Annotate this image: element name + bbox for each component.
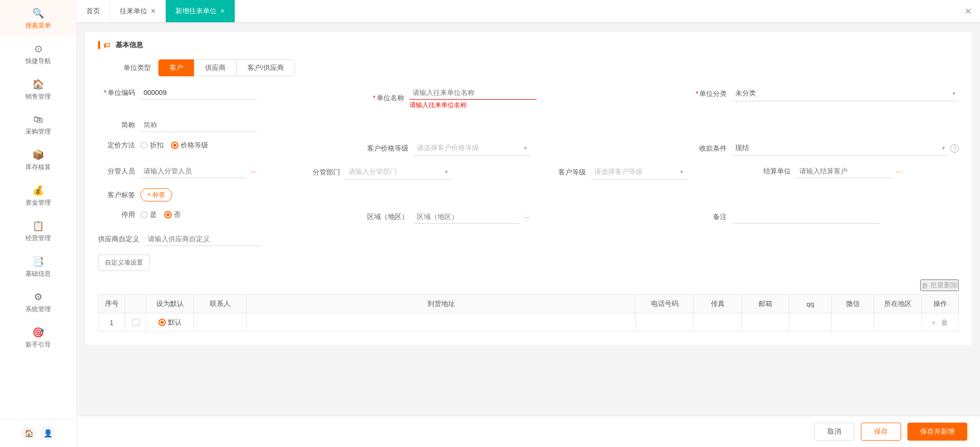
col-fax: 传真: [694, 295, 742, 313]
remark-input[interactable]: [732, 210, 880, 224]
unit-type-customer-btn[interactable]: 客户: [158, 59, 194, 76]
manager-more-btn[interactable]: ···: [248, 167, 259, 176]
col-address: 到货地址: [247, 295, 636, 313]
unit-name-label: 单位名称: [367, 93, 409, 103]
save-new-button[interactable]: 保存并新增: [907, 423, 967, 441]
sidebar-user-icon[interactable]: 👤: [40, 426, 55, 441]
sidebar-home-icon[interactable]: 🏠: [21, 426, 36, 441]
discount-radio-circle: [140, 142, 148, 149]
row-checkbox[interactable]: [132, 319, 139, 326]
remark-label: 备注: [690, 212, 732, 222]
manager-input[interactable]: [140, 164, 246, 178]
sidebar-item-system[interactable]: ⚙ 系统管理: [0, 284, 76, 319]
contacts-table: 序号 设为默认 联系人 到货地址 电话号码 传真 邮箱 qq 微信 所在地区 操…: [98, 294, 959, 332]
pricing-method-field: 定价方法 折扣 价格等级: [98, 141, 367, 150]
row-fax[interactable]: [694, 313, 742, 332]
settlement-input[interactable]: [796, 164, 892, 178]
supplier-custom-input[interactable]: [145, 232, 261, 246]
row-check[interactable]: [125, 313, 146, 332]
tab-bar-close-btn[interactable]: ✕: [956, 6, 980, 16]
col-wechat: 微信: [832, 295, 874, 313]
settlement-more-btn[interactable]: ···: [894, 167, 904, 176]
unit-name-input[interactable]: [409, 86, 537, 100]
unit-type-supplier-btn[interactable]: 供应商: [194, 59, 237, 76]
region-input[interactable]: [414, 210, 520, 224]
row-contact[interactable]: [194, 313, 247, 332]
col-phone: 电话号码: [636, 295, 694, 313]
contact-input[interactable]: [199, 319, 241, 327]
row-region[interactable]: [874, 313, 922, 332]
cancel-button[interactable]: 取消: [814, 423, 854, 441]
row-action: + 🗑: [922, 313, 959, 332]
section-title-icon: 🏷: [103, 41, 110, 49]
ops-icon: 📋: [32, 220, 44, 232]
qq-input[interactable]: [795, 319, 826, 327]
row-qq[interactable]: [789, 313, 832, 332]
customer-level-arrow: ▾: [680, 169, 683, 176]
pricing-radio-discount[interactable]: 折扣: [140, 141, 164, 150]
tab-home[interactable]: 首页: [77, 0, 110, 22]
row-no: 1: [99, 313, 125, 332]
sidebar-item-ops[interactable]: 📋 经营管理: [0, 213, 76, 248]
save-button[interactable]: 保存: [861, 423, 901, 441]
customer-level-select[interactable]: 请选择客户等级 ▾: [591, 164, 687, 180]
row-address[interactable]: [247, 313, 636, 332]
unit-type-both-btn[interactable]: 客户/供应商: [236, 59, 295, 76]
row-default: 默认: [146, 313, 194, 332]
disabled-yes[interactable]: 是: [140, 210, 157, 220]
batch-delete-btn[interactable]: 🗑 批量删除: [920, 279, 959, 291]
region-more-btn[interactable]: ···: [522, 213, 532, 221]
sidebar-item-purchase[interactable]: 🛍 采购管理: [0, 107, 76, 142]
payment-terms-label: 收款条件: [690, 144, 732, 153]
pricing-radio-level[interactable]: 价格等级: [171, 141, 208, 150]
sidebar-item-quick-nav[interactable]: ⊙ 快捷导航: [0, 36, 76, 71]
form-row-tags: 客户标签 + 标签: [98, 188, 959, 201]
unit-category-select[interactable]: 未分类 ▾: [732, 86, 959, 101]
custom-settings-row: 自定义项设置: [98, 255, 959, 271]
disabled-no[interactable]: 否: [164, 210, 181, 220]
sales-icon: 🏠: [32, 78, 44, 90]
department-select[interactable]: 请输入分管部门 ▾: [345, 164, 451, 180]
sidebar-item-finance[interactable]: 💰 资金管理: [0, 177, 76, 213]
unit-code-input[interactable]: [140, 86, 257, 100]
address-input[interactable]: [252, 319, 630, 327]
wechat-input[interactable]: [837, 319, 868, 327]
row-default-radio[interactable]: 默认: [152, 318, 188, 327]
customer-level-field: 客户等级 请选择客户等级 ▾: [549, 164, 754, 180]
tab-contacts[interactable]: 往来单位 ✕: [110, 0, 166, 22]
sidebar-item-sales[interactable]: 🏠 销售管理: [0, 71, 76, 107]
sidebar-item-search[interactable]: 🔍 搜索菜单: [0, 0, 76, 36]
sidebar-item-basic[interactable]: 📑 基础信息: [0, 248, 76, 284]
payment-terms-help[interactable]: ?: [950, 144, 959, 153]
payment-terms-select[interactable]: 现结 ▾: [732, 141, 948, 156]
action-bar: 取消 保存 保存并新增: [77, 416, 980, 447]
content-area: 🏷 基本信息 单位类型 客户 供应商 客户/供应商 单位编码 单位名称: [77, 23, 980, 416]
manager-label: 分管人员: [98, 166, 140, 176]
sidebar-item-guide[interactable]: 🎯 新手引导: [0, 319, 76, 355]
row-region-input[interactable]: [879, 319, 916, 327]
custom-settings-btn[interactable]: 自定义项设置: [98, 255, 150, 271]
add-tag-btn[interactable]: + 标签: [140, 188, 172, 201]
fax-input[interactable]: [699, 319, 736, 327]
sidebar-item-label: 搜索菜单: [25, 21, 51, 30]
row-wechat[interactable]: [832, 313, 874, 332]
row-phone[interactable]: [636, 313, 694, 332]
unit-name-field: 单位名称 请输入往来单位名称: [367, 86, 690, 110]
sidebar-item-inventory[interactable]: 📦 库存核算: [0, 142, 76, 177]
phone-input[interactable]: [641, 319, 688, 327]
unit-category-arrow: ▾: [952, 90, 956, 97]
email-input[interactable]: [747, 319, 783, 327]
unit-code-label: 单位编码: [98, 88, 140, 98]
pricing-method-label: 定价方法: [98, 141, 140, 150]
customer-level-label: 客户等级: [549, 168, 591, 177]
row-add-btn[interactable]: +: [930, 318, 938, 327]
row-delete-btn[interactable]: 🗑: [939, 318, 950, 327]
row-email[interactable]: [742, 313, 789, 332]
tab-new-contact-close[interactable]: ✕: [220, 7, 225, 15]
customer-price-level-select[interactable]: 请选择客户价格等级 ▾: [414, 141, 530, 156]
short-name-input[interactable]: [140, 118, 257, 132]
col-contact: 联系人: [194, 295, 247, 313]
tab-contacts-close[interactable]: ✕: [150, 7, 156, 15]
tab-new-contact[interactable]: 新增往来单位 ✕: [166, 0, 235, 22]
quick-nav-icon: ⊙: [34, 43, 42, 55]
